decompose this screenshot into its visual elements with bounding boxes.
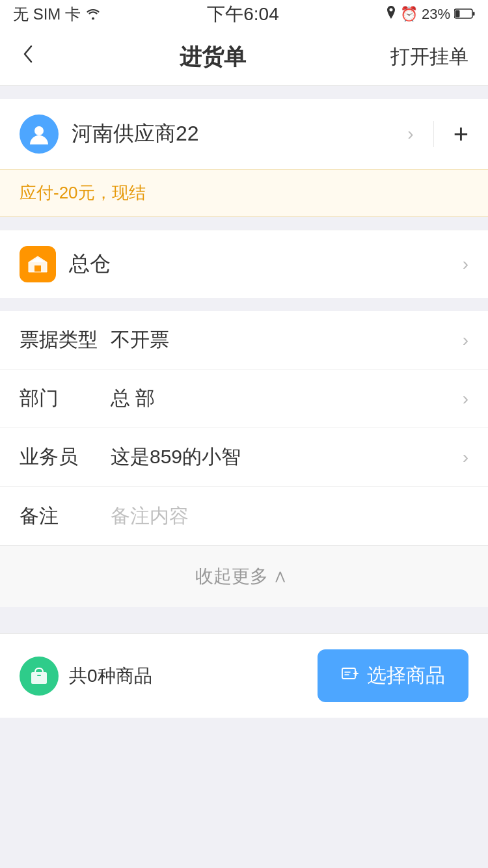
notice-text: 应付-20元，现结	[20, 183, 146, 202]
page-background	[0, 718, 488, 868]
page-title: 进货单	[180, 42, 246, 72]
collapse-label: 收起更多 ∧	[195, 564, 288, 589]
location-icon	[386, 6, 396, 23]
select-product-button[interactable]: 选择商品	[318, 649, 468, 702]
section-gap-1	[0, 86, 488, 99]
warehouse-name: 总仓	[69, 250, 463, 278]
warehouse-chevron-icon: ›	[463, 254, 468, 275]
department-row[interactable]: 部门 总 部 ›	[0, 370, 488, 428]
status-right: ⏰ 23%	[386, 6, 475, 23]
remark-label: 备注	[20, 503, 104, 530]
supplier-add-button[interactable]: +	[454, 120, 468, 149]
supplier-avatar	[20, 115, 59, 154]
status-time: 下午6:04	[207, 2, 279, 27]
warehouse-icon	[20, 246, 56, 282]
select-product-icon	[341, 664, 359, 687]
svg-rect-2	[455, 10, 460, 18]
status-bar: 无 SIM 卡 下午6:04 ⏰ 23%	[0, 0, 488, 29]
svg-point-3	[34, 126, 44, 135]
warehouse-row[interactable]: 总仓 ›	[0, 230, 488, 298]
salesperson-row[interactable]: 业务员 这是859的小智 ›	[0, 428, 488, 487]
form-section: 票据类型 不开票 › 部门 总 部 › 业务员 这是859的小智 › 备注 备注…	[0, 311, 488, 545]
department-chevron-icon: ›	[463, 388, 468, 409]
open-pending-button[interactable]: 打开挂单	[390, 44, 468, 70]
department-value: 总 部	[104, 385, 463, 412]
salesperson-label: 业务员	[20, 444, 104, 470]
remark-input[interactable]: 备注内容	[104, 503, 468, 530]
svg-rect-5	[31, 672, 47, 684]
status-left: 无 SIM 卡	[13, 4, 100, 25]
product-count-area: 共0种商品	[20, 657, 152, 696]
invoice-type-label: 票据类型	[20, 327, 104, 353]
section-gap-3	[0, 607, 488, 620]
department-label: 部门	[20, 385, 104, 412]
svg-rect-4	[34, 265, 41, 272]
battery-label: 23%	[422, 6, 450, 23]
back-button[interactable]	[20, 41, 35, 73]
nav-bar: 进货单 打开挂单	[0, 29, 488, 86]
notice-banner: 应付-20元，现结	[0, 169, 488, 217]
supplier-card: 河南供应商22 › + 应付-20元，现结	[0, 99, 488, 217]
warehouse-card: 总仓 ›	[0, 230, 488, 298]
invoice-type-chevron-icon: ›	[463, 330, 468, 351]
supplier-name: 河南供应商22	[72, 120, 407, 148]
select-product-label: 选择商品	[367, 662, 445, 689]
supplier-row[interactable]: 河南供应商22 › +	[0, 99, 488, 169]
salesperson-value: 这是859的小智	[104, 444, 463, 470]
supplier-chevron-icon: ›	[407, 124, 413, 144]
vertical-divider	[433, 121, 434, 147]
svg-rect-6	[37, 675, 41, 676]
invoice-type-value: 不开票	[104, 327, 463, 353]
product-icon	[20, 657, 59, 696]
collapse-row[interactable]: 收起更多 ∧	[0, 545, 488, 607]
svg-rect-1	[473, 12, 475, 16]
sim-label: 无 SIM 卡	[13, 4, 81, 25]
section-gap-2	[0, 217, 488, 230]
product-count-text: 共0种商品	[69, 664, 152, 688]
battery-icon	[454, 6, 475, 23]
alarm-icon: ⏰	[400, 6, 418, 23]
bottom-bar: 共0种商品 选择商品	[0, 633, 488, 718]
salesperson-chevron-icon: ›	[463, 447, 468, 468]
invoice-type-row[interactable]: 票据类型 不开票 ›	[0, 311, 488, 370]
wifi-icon	[86, 5, 100, 23]
remark-row[interactable]: 备注 备注内容	[0, 487, 488, 545]
